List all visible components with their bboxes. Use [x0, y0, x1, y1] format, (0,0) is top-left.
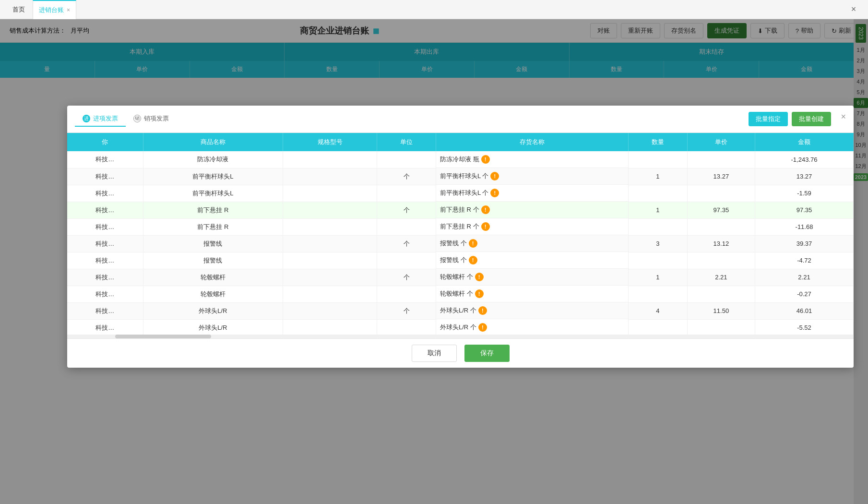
cell-10-5: [629, 319, 688, 335]
cell-10-1: 外球头L/R: [143, 319, 283, 335]
cell-6-2: [283, 252, 377, 269]
warn-icon-9: !: [478, 306, 487, 315]
cell-1-3: 个: [377, 168, 436, 185]
cell-9-2: [283, 302, 377, 319]
cell-1-4: 前平衡杆球头L 个!: [436, 168, 629, 185]
window-close-icon[interactable]: ×: [844, 0, 863, 19]
cell-10-0: 科技…: [67, 319, 143, 335]
cell-6-6: [687, 252, 755, 269]
header-row: 你 商品名称 规格型号 单位 存货名称 数量 单价 金额: [67, 133, 854, 151]
cell-0-6: [687, 151, 755, 168]
cell-8-0: 科技…: [67, 286, 143, 302]
table-row: 科技…外球头L/R外球头L/R 个!-5.52: [67, 319, 854, 335]
inventory-name-6: 报警线 个: [440, 256, 467, 264]
tab-close-icon[interactable]: ×: [67, 7, 70, 13]
inventory-name-1: 前平衡杆球头L 个: [440, 172, 488, 180]
cell-8-4: 轮毂螺杆 个!: [436, 286, 629, 302]
cell-0-3: [377, 151, 436, 168]
cell-0-1: 防冻冷却液: [143, 151, 283, 168]
cell-5-7: 39.37: [755, 235, 853, 252]
cell-9-0: 科技…: [67, 302, 143, 319]
cell-10-3: [377, 319, 436, 335]
cell-7-0: 科技…: [67, 269, 143, 286]
cell-7-7: 2.21: [755, 269, 853, 286]
cell-7-1: 轮毂螺杆: [143, 269, 283, 286]
batch-create-button[interactable]: 批量创建: [792, 112, 831, 126]
cell-5-0: 科技…: [67, 235, 143, 252]
warn-icon-10: !: [478, 323, 487, 332]
warn-icon-4: !: [481, 222, 490, 231]
cell-1-5: 1: [629, 168, 688, 185]
cell-2-7: -1.59: [755, 185, 853, 202]
cell-2-5: [629, 185, 688, 202]
cancel-button[interactable]: 取消: [412, 345, 457, 362]
table-row: 科技…防冻冷却液防冻冷却液 瓶!-1,243.76: [67, 151, 854, 168]
modal-table: 你 商品名称 规格型号 单位 存货名称 数量 单价 金额 科技…防冻冷却液防冻冷…: [67, 133, 854, 335]
cell-8-7: -0.27: [755, 286, 853, 302]
warn-icon-8: !: [475, 289, 484, 298]
modal-header-buttons: 批量指定 批量创建 ×: [749, 112, 846, 126]
cell-4-1: 前下悬挂 R: [143, 218, 283, 235]
modal-dialog: 进 进项发票 销 销项发票 批量指定 批量创建 × 你 商品名: [67, 106, 854, 368]
cell-7-4: 轮毂螺杆 个!: [436, 269, 629, 286]
inventory-name-5: 报警线 个: [440, 239, 467, 248]
cell-6-1: 报警线: [143, 252, 283, 269]
cell-10-7: -5.52: [755, 319, 853, 335]
tab-active[interactable]: 进销台账 ×: [33, 0, 76, 19]
warn-icon-6: !: [469, 256, 477, 264]
scrollbar-thumb[interactable]: [115, 335, 211, 338]
cell-6-3: [377, 252, 436, 269]
cell-6-7: -4.72: [755, 252, 853, 269]
inventory-name-9: 外球头L/R 个: [440, 306, 476, 315]
tab-sales-label: 销项发票: [144, 114, 169, 123]
cell-2-1: 前平衡杆球头L: [143, 185, 283, 202]
cell-9-7: 46.01: [755, 302, 853, 319]
cell-4-6: [687, 218, 755, 235]
cell-0-2: [283, 151, 377, 168]
cell-0-7: -1,243.76: [755, 151, 853, 168]
cell-9-5: 4: [629, 302, 688, 319]
save-button[interactable]: 保存: [464, 345, 510, 362]
cell-7-5: 1: [629, 269, 688, 286]
table-row: 科技…报警线报警线 个!-4.72: [67, 252, 854, 269]
cell-8-5: [629, 286, 688, 302]
inventory-name-2: 前平衡杆球头L 个: [440, 189, 488, 197]
warn-icon-2: !: [490, 189, 499, 197]
warn-icon-0: !: [481, 155, 490, 164]
cell-3-2: [283, 202, 377, 218]
table-row: 科技…报警线个报警线 个!313.1239.37: [67, 235, 854, 252]
cell-1-6: 13.27: [687, 168, 755, 185]
top-bar: 首页 进销台账 × ×: [0, 0, 868, 19]
cell-6-5: [629, 252, 688, 269]
cell-2-2: [283, 185, 377, 202]
cell-3-1: 前下悬挂 R: [143, 202, 283, 218]
modal-header: 进 进项发票 销 销项发票 批量指定 批量创建 ×: [67, 106, 854, 133]
inventory-name-8: 轮毂螺杆 个: [440, 289, 473, 298]
cell-2-6: [687, 185, 755, 202]
cell-0-0: 科技…: [67, 151, 143, 168]
modal-tabs: 进 进项发票 销 销项发票: [75, 111, 177, 127]
active-tab-label: 进销台账: [39, 6, 64, 14]
horizontal-scrollbar[interactable]: [67, 335, 854, 338]
modal-close-icon[interactable]: ×: [841, 112, 846, 126]
table-row: 科技…外球头L/R个外球头L/R 个!411.5046.01: [67, 302, 854, 319]
th-amount: 金额: [755, 133, 853, 151]
cell-10-2: [283, 319, 377, 335]
tab-purchase-invoice[interactable]: 进 进项发票: [75, 111, 126, 127]
cell-2-4: 前平衡杆球头L 个!: [436, 185, 629, 202]
cell-4-5: [629, 218, 688, 235]
cell-2-3: [377, 185, 436, 202]
tab-home[interactable]: 首页: [5, 0, 33, 19]
cell-4-4: 前下悬挂 R 个!: [436, 218, 629, 235]
inventory-name-0: 防冻冷却液 瓶: [440, 155, 479, 164]
th-unit: 单位: [377, 133, 436, 151]
cell-3-4: 前下悬挂 R 个!: [436, 202, 629, 218]
cell-3-3: 个: [377, 202, 436, 218]
warn-icon-3: !: [481, 205, 490, 214]
cell-4-3: [377, 218, 436, 235]
batch-assign-button[interactable]: 批量指定: [749, 112, 788, 126]
table-header: 你 商品名称 规格型号 单位 存货名称 数量 单价 金额: [67, 133, 854, 151]
cell-3-0: 科技…: [67, 202, 143, 218]
tab-sales-invoice[interactable]: 销 销项发票: [126, 111, 177, 127]
cell-7-2: [283, 269, 377, 286]
